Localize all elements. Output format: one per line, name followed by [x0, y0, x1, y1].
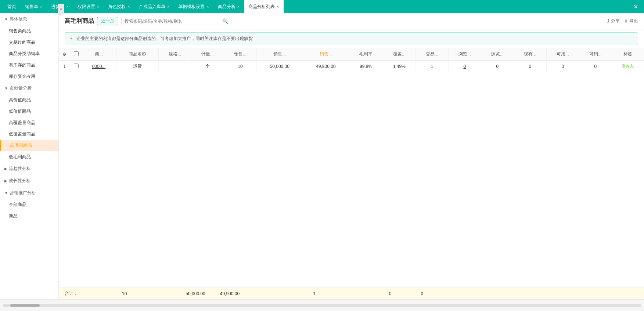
sidebar-item-high-coverage[interactable]: 高覆盖量商品	[0, 117, 58, 129]
col-browse2[interactable]: 浏览...	[481, 48, 514, 61]
tag-badge: 高收入	[622, 64, 634, 68]
col-current-stock[interactable]: 现有...	[514, 48, 546, 61]
select-all-checkbox[interactable]	[74, 51, 79, 56]
arrow-trend: ▶	[4, 167, 7, 171]
cell-spec	[159, 61, 191, 72]
col-code[interactable]: 商...	[82, 48, 116, 61]
col-settings[interactable]: ⚙	[59, 48, 71, 61]
scrollbar-thumb[interactable]	[10, 304, 40, 307]
cell-index: 1	[59, 61, 71, 72]
nav-sales-close[interactable]: ×	[40, 4, 42, 9]
col-available[interactable]: 可用...	[546, 48, 579, 61]
sidebar-item-low-value[interactable]: 低价值商品	[0, 106, 58, 117]
col-sales-qty[interactable]: 销售...	[224, 48, 256, 61]
nav-roles-close[interactable]: ×	[127, 4, 130, 9]
sidebar-item-traded-goods[interactable]: 交易过的商品	[0, 37, 58, 48]
cell-browse1[interactable]: 0	[448, 61, 481, 72]
col-spec[interactable]: 规格...	[159, 48, 191, 61]
sidebar-item-in-stock[interactable]: 有库存的商品	[0, 59, 58, 71]
goods-table: ⚙ 商... 商品名称 规格...	[59, 48, 644, 72]
search-box: 🔍	[121, 17, 231, 25]
sidebar-group-trend[interactable]: ▶ 流趋性分析	[0, 163, 58, 175]
col-browse1[interactable]: 浏览...	[448, 48, 481, 61]
arrow-growth: ▶	[4, 179, 7, 183]
cell-unit: 个	[191, 61, 224, 72]
table-row: 1 0000... 运费 个 10 50,000.00 49,900.00 99…	[59, 61, 644, 72]
cell-current-stock: 0	[514, 61, 546, 72]
sidebar-group-growth[interactable]: ▶ 成长性分析	[0, 175, 58, 187]
row-checkbox[interactable]	[74, 64, 79, 68]
main-layout: ▼ 整体信息 销售类商品 交易过的商品 商品分类助销率 有库存的商品 库存资金占…	[0, 13, 644, 299]
header-actions: ⤴ 分享 ⬇ 导出	[607, 18, 638, 24]
content-header: 高毛利商品 近一月 🔍 ⤴ 分享 ⬇ 导出	[59, 13, 644, 29]
cell-coverage: 1.49%	[383, 61, 415, 72]
share-icon: ⤴	[607, 19, 609, 24]
col-coverage[interactable]: 覆盖...	[383, 48, 415, 61]
cell-transaction: 1	[415, 61, 448, 72]
nav-goods-analysis-list-close[interactable]: ×	[277, 4, 279, 9]
nav-roles[interactable]: 角色授权 ×	[104, 0, 134, 13]
nav-goods-analysis[interactable]: 商品分析 ×	[213, 0, 244, 13]
sidebar-group-contribution[interactable]: ▼ 贡献量分析	[0, 82, 58, 94]
sidebar-collapse-button[interactable]: «	[58, 4, 64, 15]
cell-sales-qty: 10	[224, 61, 256, 72]
col-unit[interactable]: 计量...	[191, 48, 224, 61]
arrow-marketing: ▼	[4, 191, 8, 195]
nav-home[interactable]: 首页	[3, 0, 21, 13]
window-close-button[interactable]: ✕	[630, 3, 641, 10]
col-tag[interactable]: 标签	[612, 48, 644, 61]
nav-goods-analysis-list[interactable]: 商品分析列表 ×	[244, 0, 283, 13]
nav-permissions[interactable]: 权限设置 ×	[73, 0, 104, 13]
sidebar-item-sales-goods[interactable]: 销售类商品	[0, 25, 58, 37]
footer-current-stock: 0	[389, 291, 392, 296]
col-transaction[interactable]: 交易...	[415, 48, 448, 61]
footer-sales-qty: 10	[122, 291, 127, 296]
sidebar-group-overall[interactable]: ▼ 整体信息	[0, 13, 58, 25]
nav-template[interactable]: 单据模板设置 ×	[174, 0, 213, 13]
share-button[interactable]: ⤴ 分享	[607, 18, 620, 24]
cell-code[interactable]: 0000...	[82, 61, 116, 72]
nav-purchase-close[interactable]: ×	[66, 4, 68, 9]
footer-sales-amount: 50,000.00	[186, 291, 205, 296]
footer-bar: 合计： 10 50,000.00 49,900.00 1 0 0	[59, 288, 644, 299]
col-sales-amount[interactable]: 销售...	[256, 48, 303, 61]
export-icon: ⬇	[624, 19, 628, 24]
sidebar-group-marketing[interactable]: ▼ 营销推广分析	[0, 187, 58, 199]
cell-name: 运费	[116, 61, 158, 72]
nav-product-entry-close[interactable]: ×	[167, 4, 169, 9]
filter-button[interactable]: 近一月	[97, 17, 118, 25]
browse1-link[interactable]: 0	[464, 64, 466, 69]
nav-template-close[interactable]: ×	[206, 4, 209, 9]
content-area: 高毛利商品 近一月 🔍 ⤴ 分享 ⬇ 导出 ✦ 企业的主要的利润都是这部分商品创…	[59, 13, 644, 299]
cell-checkbox	[71, 61, 82, 72]
sidebar: ▼ 整体信息 销售类商品 交易过的商品 商品分类助销率 有库存的商品 库存资金占…	[0, 13, 59, 299]
sidebar-item-low-margin[interactable]: 低毛利商品	[0, 151, 58, 163]
sidebar-item-high-margin[interactable]: 高毛利商品	[0, 140, 58, 151]
sidebar-item-stock-capital[interactable]: 库存资金占用	[0, 71, 58, 82]
search-icon[interactable]: 🔍	[222, 18, 228, 24]
sidebar-item-new-goods[interactable]: 新品	[0, 210, 58, 222]
table-wrapper[interactable]: ⚙ 商... 商品名称 规格...	[59, 48, 644, 288]
nav-product-entry[interactable]: 产成品入库单 ×	[134, 0, 174, 13]
sidebar-item-high-value[interactable]: 高价值商品	[0, 94, 58, 106]
cell-browse2: 0	[481, 61, 514, 72]
nav-goods-analysis-close[interactable]: ×	[237, 4, 240, 9]
col-name[interactable]: 商品名称	[116, 48, 158, 61]
nav-permissions-close[interactable]: ×	[97, 4, 99, 9]
col-margin[interactable]: 毛利率	[349, 48, 383, 61]
scrollbar-track[interactable]	[3, 304, 641, 307]
footer-transaction: 1	[313, 291, 316, 296]
footer-total-label: 合计：	[65, 290, 78, 297]
search-input[interactable]	[125, 19, 222, 24]
sidebar-item-all-goods[interactable]: 全部商品	[0, 199, 58, 210]
col-sales-profit[interactable]: 销售...	[303, 48, 349, 61]
sidebar-item-low-coverage[interactable]: 低覆盖量商品	[0, 129, 58, 140]
arrow-contribution: ▼	[4, 86, 8, 90]
col-checkbox	[71, 48, 82, 61]
info-icon: ✦	[69, 36, 73, 41]
info-bar: ✦ 企业的主要的利润都是这部分商品创造的，可考虑加大推广，同时关注库存是不要出现…	[65, 32, 638, 45]
col-sellable[interactable]: 可销...	[579, 48, 612, 61]
sidebar-item-category-rate[interactable]: 商品分类助销率	[0, 48, 58, 59]
export-button[interactable]: ⬇ 导出	[624, 18, 638, 24]
nav-sales[interactable]: 销售单 ×	[21, 0, 47, 13]
